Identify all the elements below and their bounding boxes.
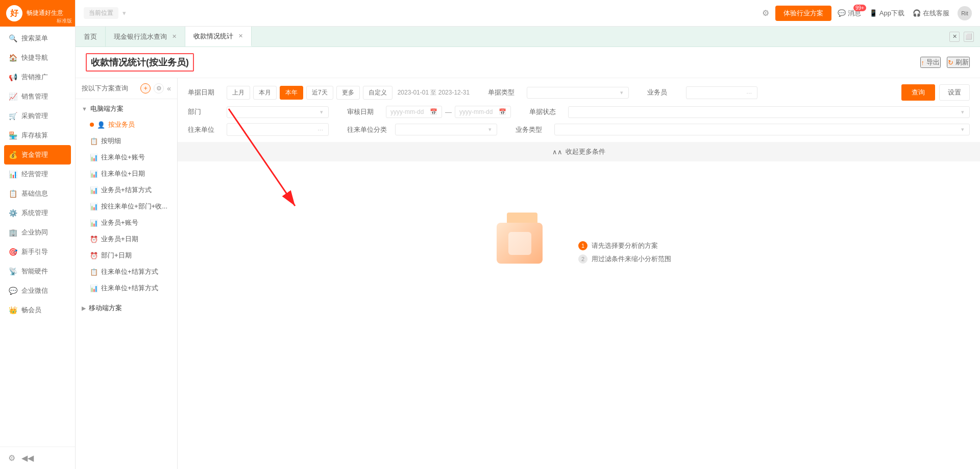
unit-payment1-icon: 📋 [90,268,98,276]
tree-item-unit-date[interactable]: 📊 往来单位+日期 [76,166,177,182]
collapse-bar: ∧∧ 收起更多条件 [178,142,980,161]
sidebar-item-finance[interactable]: 💰 资金管理 [4,145,71,165]
sidebar-item-quick-nav[interactable]: 🏠 快捷导航 [0,48,75,67]
sidebar-item-basic[interactable]: 📋 基础信息 [0,184,75,203]
right-panel: 单据日期 上月 本月 本年 近7天 更多 自定义 2023-01-01 至 20… [178,78,980,469]
tree-item-by-salesman[interactable]: 👤 按业务员 [76,116,177,133]
tree-item-unit-payment2[interactable]: 📊 往来单位+结算方式 [76,280,177,296]
tree-item-unit-account[interactable]: 📊 往来单位+账号 [76,149,177,166]
sidebar-item-hardware[interactable]: 📡 智能硬件 [0,262,75,281]
dept-label: 部门 [188,107,218,116]
tree-mobile-header[interactable]: ▶ 移动端方案 [76,300,177,316]
date-btn-this-year[interactable]: 本年 [280,86,303,100]
tab-payment-stats[interactable]: 收款情况统计 ✕ [185,27,252,46]
business-type-select[interactable]: ▾ [554,124,970,135]
refresh-button[interactable]: ↻ 刷新 [947,57,970,68]
date-btn-custom[interactable]: 自定义 [363,86,393,100]
sidebar-nav: 🔍 搜索菜单 🏠 快捷导航 📢 营销推广 📈 销售管理 🛒 采购管理 🏪 库存核… [0,27,75,447]
add-plan-button[interactable]: + [140,83,151,93]
sidebar-item-inventory[interactable]: 🏪 库存核算 [0,126,75,145]
date-btn-this-month[interactable]: 本月 [253,86,277,100]
sidebar-item-guide[interactable]: 🎯 新手引导 [0,242,75,262]
voucher-type-select[interactable]: ▾ [527,87,629,99]
sidebar-item-marketing[interactable]: 📢 营销推广 [0,67,75,87]
salesman-date-icon: ⏰ [90,236,98,243]
salesman-dots: ··· [746,89,752,97]
topbar-right: 💬 消息 99+ 📱 App下载 🎧 在线客服 Rit [838,6,972,20]
tabbar-controls: ✕ ⬜ [943,32,980,42]
audit-date-to[interactable]: yyyy-mm-dd 📅 [455,106,511,118]
salesman-label: 业务员 [647,88,678,97]
tab-bank-flow[interactable]: 现金银行流水查询 ✕ [106,27,185,46]
collapse-sidebar-icon[interactable]: ◀◀ [21,453,34,463]
sidebar: 好 畅捷通好生意 标准版 🔍 搜索菜单 🏠 快捷导航 📢 营销推广 📈 销售管理… [0,0,76,469]
calendar-from-icon[interactable]: 📅 [430,108,437,115]
date-label: 单据日期 [188,88,218,97]
active-indicator [90,123,94,127]
tree-item-unit-payment1[interactable]: 📋 往来单位+结算方式 [76,264,177,280]
counterparty-input[interactable]: ··· [227,123,329,136]
tree-desktop-header[interactable]: ▼ 电脑端方案 [76,101,177,116]
tree-item-salesman-payment[interactable]: 📊 业务员+结算方式 [76,182,177,198]
tree-item-unit-dept[interactable]: 📊 按往来单位+部门+收... [76,198,177,215]
dept-chevron: ▾ [320,109,323,115]
topbar: 当前位置 ▾ ⚙ 体验行业方案 💬 消息 99+ 📱 App下载 🎧 在线客服 … [76,0,980,27]
unit-payment2-icon: 📊 [90,285,98,292]
user-avatar[interactable]: Rit [958,6,972,20]
filter-row-2: 部门 ▾ 审核日期 yyyy-mm-dd 📅 — [188,106,970,123]
business-type-label: 业务类型 [516,125,546,134]
tree-item-dept-date[interactable]: ⏰ 部门+日期 [76,247,177,264]
detail-icon: 📋 [90,137,98,145]
version-badge: 标准版 [57,17,72,25]
member-icon: 👑 [8,306,17,314]
query-button[interactable]: 查询 [901,84,935,101]
settings-footer-icon[interactable]: ⚙ [8,453,15,463]
sidebar-item-search[interactable]: 🔍 搜索菜单 [0,29,75,48]
date-btn-7days[interactable]: 近7天 [306,86,333,100]
refresh-icon: ↻ [948,59,953,66]
tree-mobile-section: ▶ 移动端方案 [76,298,177,318]
voucher-status-select[interactable]: ▾ [568,106,970,118]
tab-home[interactable]: 首页 [76,27,106,46]
tree-item-salesman-account[interactable]: 📊 业务员+账号 [76,215,177,231]
tab-close-btn[interactable]: ✕ [949,32,960,42]
plan-settings-button[interactable]: ⚙ [154,83,164,93]
filter-settings-button[interactable]: 设置 [939,84,970,101]
tab-close-payment-stats[interactable]: ✕ [238,33,243,39]
messages-button[interactable]: 💬 消息 99+ [838,9,861,18]
audit-date-from[interactable]: yyyy-mm-dd 📅 [386,106,442,118]
app-download-button[interactable]: 📱 App下载 [869,9,904,18]
sidebar-item-sales[interactable]: 📈 销售管理 [0,87,75,106]
collapse-more-button[interactable]: ∧∧ 收起更多条件 [552,147,605,156]
sidebar-item-system[interactable]: ⚙️ 系统管理 [0,203,75,223]
counterparty-label: 往来单位 [188,125,218,134]
sidebar-item-member[interactable]: 👑 畅会员 [0,300,75,320]
hint-num-2: 2 [578,254,587,264]
sidebar-item-operation[interactable]: 📊 经营管理 [0,165,75,184]
left-panel: 按以下方案查询 + ⚙ « ▼ 电脑端方案 👤 [76,78,178,469]
tree-desktop-section: ▼ 电脑端方案 👤 按业务员 📋 按明细 📊 往来单位+账号 [76,99,177,298]
sidebar-item-wechat[interactable]: 💬 企业微信 [0,281,75,300]
export-button[interactable]: ↑ 导出 [920,57,941,68]
dept-select[interactable]: ▾ [227,106,329,118]
empty-hint-1: 1 请先选择要分析的方案 [578,241,671,250]
enterprise-icon: 🏢 [8,228,17,237]
breadcrumb-arrow: ▾ [122,9,126,17]
counterparty-category-select[interactable]: ▾ [395,124,497,135]
online-service-button[interactable]: 🎧 在线客服 [913,9,949,18]
trial-button[interactable]: 体验行业方案 [775,6,831,21]
date-btn-more[interactable]: 更多 [336,86,360,100]
topbar-settings-icon[interactable]: ⚙ [762,8,769,18]
tree-item-by-detail[interactable]: 📋 按明细 [76,133,177,149]
calendar-to-icon[interactable]: 📅 [499,108,506,115]
salesman-select[interactable]: ··· [686,86,757,99]
counterparty-dots[interactable]: ··· [317,126,323,133]
collapse-panel-button[interactable]: « [167,84,171,92]
sidebar-item-enterprise[interactable]: 🏢 企业协同 [0,223,75,242]
tab-maximize-btn[interactable]: ⬜ [964,32,974,42]
sidebar-item-purchase[interactable]: 🛒 采购管理 [0,106,75,126]
business-type-chevron: ▾ [961,126,964,133]
tree-item-salesman-date[interactable]: ⏰ 业务员+日期 [76,231,177,247]
tab-close-bank-flow[interactable]: ✕ [172,33,177,40]
date-btn-last-month[interactable]: 上月 [227,86,250,100]
